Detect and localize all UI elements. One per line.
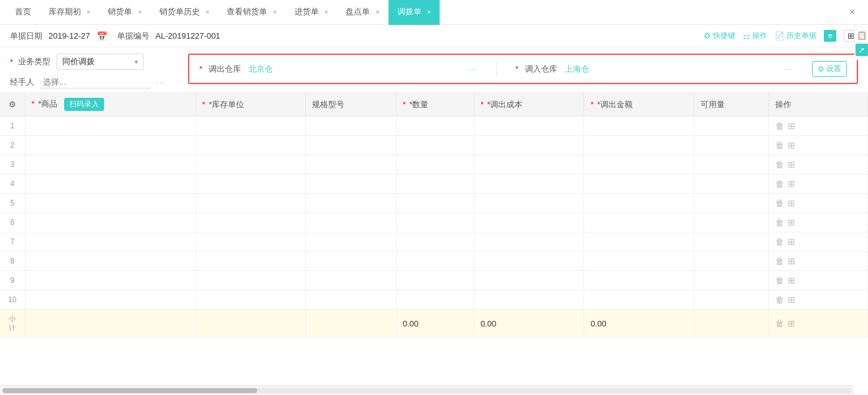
cell-cost[interactable] [474, 194, 584, 213]
cell-unit[interactable] [196, 213, 306, 232]
cell-cost[interactable] [474, 271, 584, 290]
delete-icon[interactable]: 🗑 [775, 275, 784, 285]
cell-spec[interactable] [306, 174, 396, 194]
cell-spec[interactable] [306, 213, 396, 232]
cell-product[interactable] [25, 174, 196, 194]
cell-spec[interactable] [306, 117, 396, 136]
copy-icon[interactable]: ⊞ [788, 140, 795, 150]
tab-close-sales-order[interactable]: × [138, 8, 141, 16]
handler-input[interactable] [40, 76, 150, 88]
cell-cost[interactable] [474, 155, 584, 174]
shortcut-btn[interactable]: ⚙ 快捷键 [704, 31, 735, 41]
cell-amount[interactable] [584, 117, 694, 136]
cell-unit[interactable] [196, 194, 306, 213]
cell-spec[interactable] [306, 290, 396, 310]
copy-icon[interactable]: ⊞ [788, 179, 795, 189]
tab-purchase-order[interactable]: 进货单 × [286, 0, 337, 25]
cell-qty[interactable] [396, 194, 474, 213]
cell-unit[interactable] [196, 136, 306, 155]
cell-product[interactable] [25, 155, 196, 174]
scan-button[interactable]: 扫码录入 [64, 98, 104, 111]
cell-product[interactable] [25, 194, 196, 213]
cell-spec[interactable] [306, 271, 396, 290]
cell-cost[interactable]: 0.00 [474, 310, 584, 338]
tab-close-sales-history[interactable]: × [205, 8, 209, 16]
cell-product[interactable] [25, 271, 196, 290]
cell-qty[interactable] [396, 232, 474, 252]
tab-view-sales[interactable]: 查看销货单 × [218, 0, 285, 25]
cell-amount[interactable] [584, 213, 694, 232]
tab-transfer-order[interactable]: 调拨单 × [389, 0, 440, 25]
copy-icon[interactable]: ⊞ [788, 318, 795, 328]
delete-icon[interactable]: 🗑 [775, 179, 784, 189]
cell-amount[interactable] [584, 271, 694, 290]
cell-product[interactable] [25, 136, 196, 155]
delete-icon[interactable]: 🗑 [775, 198, 784, 208]
biz-type-select[interactable]: 同价调拨 ▾ [57, 54, 144, 70]
cell-spec[interactable] [306, 194, 396, 213]
col-header-settings[interactable]: ⚙ [0, 93, 25, 117]
delete-icon[interactable]: 🗑 [775, 256, 784, 266]
cell-amount[interactable] [584, 174, 694, 194]
handler-more-btn[interactable]: ··· [156, 79, 166, 86]
cell-cost[interactable] [474, 136, 584, 155]
out-wh-more-btn[interactable]: ··· [468, 65, 477, 73]
cell-unit[interactable] [196, 290, 306, 310]
cell-amount[interactable] [584, 194, 694, 213]
cell-qty[interactable] [396, 174, 474, 194]
cell-product[interactable] [25, 232, 196, 252]
calendar-icon[interactable]: 📅 [97, 31, 107, 41]
copy-icon[interactable]: ⊞ [788, 237, 795, 247]
tab-close-inventory-init[interactable]: × [87, 8, 90, 16]
cell-unit[interactable] [196, 174, 306, 194]
tab-sales-order[interactable]: 销货单 × [99, 0, 150, 25]
cell-amount[interactable] [584, 232, 694, 252]
cell-amount[interactable] [584, 155, 694, 174]
tab-close-purchase-order[interactable]: × [324, 8, 328, 16]
cell-qty[interactable] [396, 155, 474, 174]
cell-cost[interactable] [474, 232, 584, 252]
tab-sales-history[interactable]: 销货单历史 × [151, 0, 218, 25]
sidebar-note-icon[interactable]: 📋 [856, 29, 868, 41]
cell-product[interactable] [25, 117, 196, 136]
tab-home[interactable]: 首页 [6, 0, 40, 25]
cell-product[interactable] [25, 310, 196, 338]
delete-icon[interactable]: 🗑 [775, 318, 784, 328]
cell-qty[interactable] [396, 213, 474, 232]
copy-icon[interactable]: ⊞ [788, 121, 795, 131]
cell-unit[interactable] [196, 117, 306, 136]
cell-qty[interactable] [396, 136, 474, 155]
copy-icon[interactable]: ⊞ [788, 295, 795, 305]
cell-spec[interactable] [306, 232, 396, 252]
cell-amount[interactable] [584, 136, 694, 155]
delete-icon[interactable]: 🗑 [775, 140, 784, 150]
cell-cost[interactable] [474, 252, 584, 271]
tab-close-inventory-check[interactable]: × [375, 8, 379, 16]
tab-inventory-check[interactable]: 盘点单 × [337, 0, 388, 25]
cell-product[interactable] [25, 252, 196, 271]
setting-btn[interactable]: ⚙ 设置 [812, 61, 847, 77]
copy-icon[interactable]: ⊞ [788, 198, 795, 208]
cell-cost[interactable] [474, 174, 584, 194]
tab-inventory-init[interactable]: 库存期初 × [40, 0, 99, 25]
delete-icon[interactable]: 🗑 [775, 237, 784, 247]
delete-icon[interactable]: 🗑 [775, 159, 784, 169]
cell-qty[interactable]: 0.00 [396, 310, 474, 338]
copy-icon[interactable]: ⊞ [788, 256, 795, 266]
delete-icon[interactable]: 🗑 [775, 121, 784, 131]
cell-amount[interactable]: 0.00 [584, 310, 694, 338]
cell-unit[interactable] [196, 310, 306, 338]
cell-spec[interactable] [306, 310, 396, 338]
cell-amount[interactable] [584, 252, 694, 271]
cell-qty[interactable] [396, 271, 474, 290]
cell-qty[interactable] [396, 290, 474, 310]
copy-icon[interactable]: ⊞ [788, 217, 795, 227]
cell-unit[interactable] [196, 252, 306, 271]
cell-spec[interactable] [306, 155, 396, 174]
layout-btn-1[interactable]: ≡ [824, 30, 836, 42]
cell-qty[interactable] [396, 117, 474, 136]
history-btn[interactable]: 📄 历史单据 [775, 31, 816, 41]
cell-cost[interactable] [474, 117, 584, 136]
delete-icon[interactable]: 🗑 [775, 217, 784, 227]
cell-spec[interactable] [306, 252, 396, 271]
